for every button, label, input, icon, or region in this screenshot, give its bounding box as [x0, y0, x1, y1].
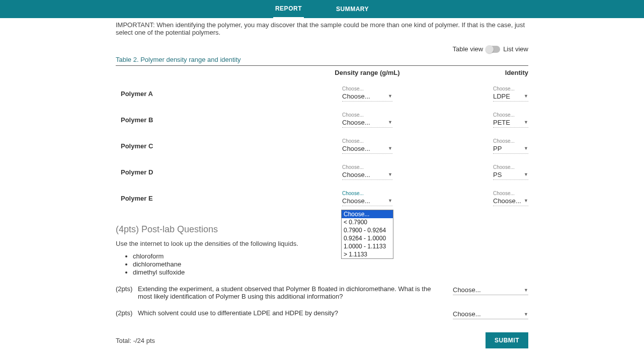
- table-row: Polymer D Choose... Choose...▼ Choose...…: [116, 159, 528, 185]
- select-value: Choose...: [453, 310, 481, 318]
- caption-rule: [116, 65, 528, 66]
- caret-down-icon: ▼: [388, 198, 392, 203]
- caret-down-icon: ▼: [524, 198, 528, 203]
- postlab-heading: (4pts) Post-lab Questions: [116, 224, 528, 235]
- postlab-intro: Use the internet to look up the densitie…: [116, 240, 528, 247]
- list-item: chloroform: [133, 252, 528, 260]
- q2-answer-select[interactable]: Choose...▼: [453, 309, 528, 319]
- select-value: PP: [493, 145, 502, 152]
- dropdown-option[interactable]: Choose...: [342, 210, 393, 218]
- dropdown-option[interactable]: 0.9264 - 1.0000: [342, 234, 393, 242]
- identity-select-b[interactable]: Choose... PETE▼: [493, 112, 528, 128]
- list-view-label: List view: [503, 45, 528, 53]
- caret-down-icon: ▼: [388, 146, 392, 151]
- col-identity: Identity: [458, 69, 528, 76]
- table-row: Polymer B Choose... Choose...▼ Choose...…: [116, 107, 528, 133]
- table-row: Polymer C Choose... Choose...▼ Choose...…: [116, 133, 528, 159]
- density-select-b[interactable]: Choose... Choose...▼: [342, 112, 392, 128]
- density-select-e[interactable]: Choose... Choose...▼: [342, 191, 392, 206]
- select-value: Choose...: [342, 197, 370, 205]
- select-label: Choose...: [493, 86, 528, 92]
- caret-down-icon: ▼: [524, 172, 528, 177]
- density-select-a[interactable]: Choose... Choose...▼: [342, 86, 392, 102]
- identity-select-e[interactable]: Choose... Choose...▼: [493, 191, 528, 206]
- table-view-label: Table view: [452, 45, 483, 53]
- table-header-row: Density range (g/mL) Identity: [116, 69, 528, 76]
- select-value: LDPE: [493, 93, 510, 100]
- select-label: Choose...: [342, 112, 392, 118]
- question-text: Which solvent could use to differentiate…: [138, 309, 453, 317]
- list-item: dichloromethane: [133, 260, 528, 268]
- caret-down-icon: ▼: [388, 172, 392, 177]
- caret-down-icon: ▼: [524, 94, 528, 99]
- caret-down-icon: ▼: [388, 94, 392, 99]
- col-density: Density range (g/mL): [277, 69, 458, 76]
- polymer-name: Polymer B: [116, 116, 277, 124]
- select-label: Choose...: [342, 138, 392, 144]
- select-label: Choose...: [493, 164, 528, 170]
- dropdown-option[interactable]: > 1.1133: [342, 250, 393, 258]
- select-value: Choose...: [342, 119, 370, 126]
- select-value: Choose...: [342, 171, 370, 178]
- select-value: Choose...: [342, 93, 370, 100]
- polymer-name: Polymer C: [116, 142, 277, 150]
- table-caption: Table 2. Polymer density range and ident…: [116, 56, 528, 65]
- select-value: Choose...: [342, 145, 370, 152]
- identity-select-c[interactable]: Choose... PP▼: [493, 138, 528, 154]
- polymer-name: Polymer D: [116, 168, 277, 176]
- table-row: Polymer E Choose... Choose...▼ Choose...…: [116, 185, 528, 211]
- select-label: Choose...: [342, 191, 392, 196]
- total-points: Total: -/24 pts: [116, 337, 155, 344]
- polymer-name: Polymer E: [116, 195, 277, 202]
- question-points: (2pts): [116, 285, 138, 293]
- tab-summary[interactable]: SUMMARY: [334, 1, 371, 18]
- list-item: dimethyl sulfoxide: [133, 268, 528, 276]
- select-value: Choose...: [493, 197, 521, 205]
- caret-down-icon: ▼: [524, 146, 528, 151]
- caret-down-icon: ▼: [524, 312, 528, 317]
- view-toggle[interactable]: [486, 46, 500, 53]
- select-value: Choose...: [453, 286, 481, 294]
- submit-button[interactable]: SUBMIT: [486, 332, 528, 348]
- dropdown-option[interactable]: < 0.7900: [342, 218, 393, 226]
- select-label: Choose...: [342, 86, 392, 92]
- select-value: PETE: [493, 119, 510, 126]
- important-note: IMPORTANT: When identifying the polymer,…: [116, 21, 528, 36]
- question-text: Extending the experiment, a student obse…: [138, 285, 453, 300]
- density-select-d[interactable]: Choose... Choose...▼: [342, 164, 392, 180]
- view-toggle-row: Table view List view: [116, 45, 528, 53]
- dropdown-option[interactable]: 0.7900 - 0.9264: [342, 226, 393, 234]
- q1-answer-select[interactable]: Choose...▼: [453, 285, 528, 295]
- caret-down-icon: ▼: [524, 120, 528, 125]
- liquid-list: chloroform dichloromethane dimethyl sulf…: [133, 252, 528, 276]
- select-label: Choose...: [342, 164, 392, 170]
- tab-report[interactable]: REPORT: [273, 0, 304, 18]
- caret-down-icon: ▼: [524, 288, 528, 293]
- toggle-knob: [486, 45, 494, 53]
- identity-select-d[interactable]: Choose... PS▼: [493, 164, 528, 180]
- top-nav: REPORT SUMMARY: [0, 0, 644, 18]
- select-label: Choose...: [493, 138, 528, 144]
- footer-row: Total: -/24 pts SUBMIT: [116, 332, 528, 348]
- density-select-c[interactable]: Choose... Choose...▼: [342, 138, 392, 154]
- select-label: Choose...: [493, 191, 528, 196]
- dropdown-option[interactable]: 1.0000 - 1.1133: [342, 242, 393, 250]
- question-row: (2pts) Which solvent could use to differ…: [116, 309, 528, 319]
- caret-down-icon: ▼: [388, 120, 392, 125]
- question-row: (2pts) Extending the experiment, a stude…: [116, 285, 528, 300]
- identity-select-a[interactable]: Choose... LDPE▼: [493, 86, 528, 102]
- density-dropdown: Choose... < 0.7900 0.7900 - 0.9264 0.926…: [341, 210, 393, 259]
- polymer-name: Polymer A: [116, 90, 277, 98]
- select-value: PS: [493, 171, 502, 178]
- table-row: Polymer A Choose... Choose...▼ Choose...…: [116, 80, 528, 107]
- question-points: (2pts): [116, 309, 138, 317]
- select-label: Choose...: [493, 112, 528, 118]
